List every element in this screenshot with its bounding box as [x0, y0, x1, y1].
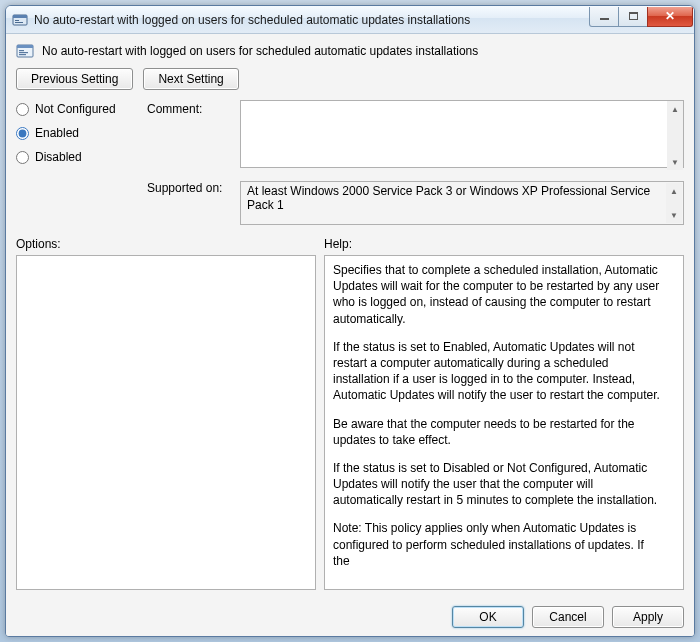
policy-title: No auto-restart with logged on users for… [42, 44, 478, 58]
help-label: Help: [324, 237, 684, 251]
policy-editor-window: No auto-restart with logged on users for… [5, 5, 695, 637]
scroll-down-icon: ▼ [667, 154, 683, 170]
supported-on-box: At least Windows 2000 Service Pack 3 or … [240, 181, 684, 225]
svg-rect-1 [13, 15, 27, 18]
svg-rect-2 [15, 20, 19, 21]
options-label: Options: [16, 237, 316, 251]
comment-input[interactable] [240, 100, 684, 168]
svg-rect-5 [17, 45, 33, 48]
supported-row: Supported on: At least Windows 2000 Serv… [147, 181, 684, 225]
supported-scrollbar[interactable]: ▲ ▼ [666, 183, 682, 223]
help-paragraph: If the status is set to Enabled, Automat… [333, 339, 663, 404]
supported-on-text: At least Windows 2000 Service Pack 3 or … [247, 184, 650, 212]
radio-disabled[interactable]: Disabled [16, 150, 131, 164]
ok-button[interactable]: OK [452, 606, 524, 628]
minimize-icon [600, 18, 609, 20]
window-title: No auto-restart with logged on users for… [34, 13, 589, 27]
help-paragraph: Note: This policy applies only when Auto… [333, 520, 663, 569]
radio-not-configured-label: Not Configured [35, 102, 116, 116]
next-setting-button[interactable]: Next Setting [143, 68, 238, 90]
state-radio-group: Not Configured Enabled Disabled [16, 100, 131, 225]
close-icon: ✕ [665, 9, 675, 23]
window-controls: ✕ [589, 7, 693, 27]
cancel-button[interactable]: Cancel [532, 606, 604, 628]
svg-rect-6 [19, 50, 24, 51]
help-panel: Specifies that to complete a scheduled i… [324, 255, 684, 590]
help-paragraph: Be aware that the computer needs to be r… [333, 416, 663, 448]
radio-enabled[interactable]: Enabled [16, 126, 131, 140]
scroll-up-icon: ▲ [667, 101, 683, 117]
app-icon [12, 12, 28, 28]
fields-column: Comment: ▲ ▼ Supported on: At least Wind… [147, 100, 684, 225]
comment-wrap: ▲ ▼ [240, 100, 684, 171]
config-section: Not Configured Enabled Disabled Comment: [16, 100, 684, 225]
previous-setting-button[interactable]: Previous Setting [16, 68, 133, 90]
svg-rect-8 [19, 54, 26, 55]
close-button[interactable]: ✕ [647, 7, 693, 27]
svg-rect-3 [15, 22, 23, 23]
options-panel [16, 255, 316, 590]
help-column: Help: Specifies that to complete a sched… [324, 237, 684, 590]
scroll-up-icon: ▲ [666, 183, 682, 199]
scroll-down-icon: ▼ [666, 207, 682, 223]
radio-disabled-input[interactable] [16, 151, 29, 164]
maximize-icon [629, 12, 638, 20]
options-column: Options: [16, 237, 316, 590]
help-paragraph: Specifies that to complete a scheduled i… [333, 262, 663, 327]
radio-not-configured[interactable]: Not Configured [16, 102, 131, 116]
maximize-button[interactable] [618, 7, 648, 27]
policy-icon [16, 42, 34, 60]
nav-buttons: Previous Setting Next Setting [16, 68, 684, 90]
content-area: No auto-restart with logged on users for… [6, 34, 694, 598]
radio-disabled-label: Disabled [35, 150, 82, 164]
radio-enabled-label: Enabled [35, 126, 79, 140]
apply-button[interactable]: Apply [612, 606, 684, 628]
supported-label: Supported on: [147, 181, 232, 195]
title-bar: No auto-restart with logged on users for… [6, 6, 694, 34]
help-paragraph: If the status is set to Disabled or Not … [333, 460, 663, 509]
dialog-footer: OK Cancel Apply [6, 598, 694, 636]
radio-not-configured-input[interactable] [16, 103, 29, 116]
policy-header: No auto-restart with logged on users for… [16, 42, 684, 60]
comment-label: Comment: [147, 100, 232, 116]
lower-section: Options: Help: Specifies that to complet… [16, 237, 684, 590]
comment-row: Comment: ▲ ▼ [147, 100, 684, 171]
comment-scrollbar[interactable]: ▲ ▼ [667, 101, 683, 170]
radio-enabled-input[interactable] [16, 127, 29, 140]
svg-rect-7 [19, 52, 28, 53]
minimize-button[interactable] [589, 7, 619, 27]
